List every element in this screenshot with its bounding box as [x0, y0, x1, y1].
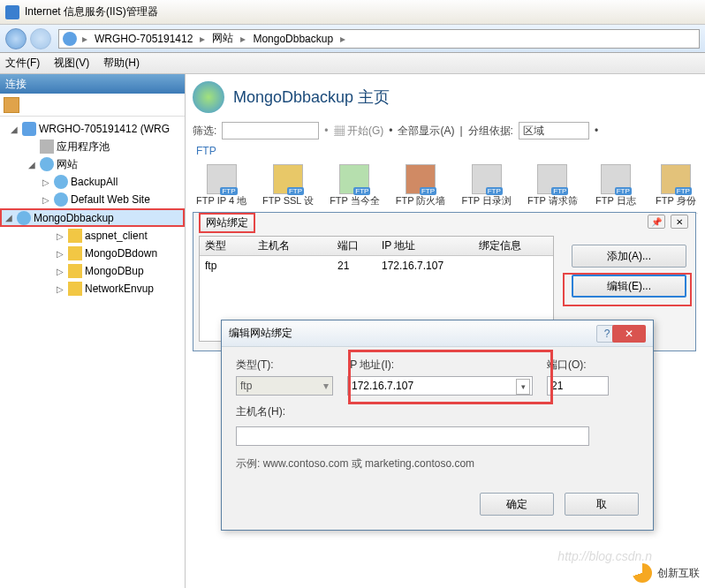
ftp-item-3[interactable]: FTP 防火墙	[396, 164, 446, 207]
filter-row: 筛选: • ▦ 开始(G) • 全部显示(A) | 分组依据: 区域 •	[193, 122, 698, 139]
dialog-title: 编辑网站绑定	[229, 326, 292, 341]
site-icon	[193, 81, 224, 113]
page-title: MongoDbbackup 主页	[233, 87, 390, 108]
folder-aspnet[interactable]: ▷aspnet_client	[0, 227, 185, 245]
folder-networkenvup[interactable]: ▷NetworkEnvup	[0, 280, 185, 298]
groupby-label: 分组依据:	[468, 124, 513, 139]
filter-label: 筛选:	[193, 124, 216, 139]
menu-view[interactable]: 视图(V)	[54, 56, 89, 71]
tree-sites[interactable]: ◢网站	[0, 155, 185, 173]
menu-file[interactable]: 文件(F)	[5, 56, 40, 71]
host-label: 主机名(H):	[236, 404, 639, 419]
ftp-item-6[interactable]: FTP 日志	[594, 164, 638, 207]
col-host[interactable]: 主机名	[253, 238, 332, 253]
folder-mongodbdown[interactable]: ▷MongoDBdown	[0, 245, 185, 262]
showall-link[interactable]: 全部显示(A)	[398, 124, 454, 139]
ftp-section-label: FTP	[193, 145, 698, 157]
toolbar-icon[interactable]	[4, 97, 19, 113]
highlight-edit	[563, 273, 692, 306]
tree-server[interactable]: ◢WRGHO-705191412 (WRG	[0, 120, 185, 138]
back-button[interactable]	[5, 28, 27, 49]
connections-toolbar	[0, 94, 185, 117]
col-type[interactable]: 类型	[200, 238, 253, 253]
ftp-item-5[interactable]: FTP 请求筛	[527, 164, 578, 207]
highlight-ip	[348, 350, 553, 404]
crumb-server[interactable]: WRGHO-705191412	[89, 30, 198, 48]
ftp-item-2[interactable]: FTP 当今全	[330, 164, 380, 207]
add-button[interactable]: 添加(A)...	[572, 245, 686, 268]
connections-panel: 连接 ◢WRGHO-705191412 (WRG 应用程序池 ◢网站 ▷Back…	[0, 74, 186, 588]
breadcrumb[interactable]: ▸ WRGHO-705191412 ▸ 网站 ▸ MongoDbbackup ▸	[58, 29, 700, 49]
col-info[interactable]: 绑定信息	[474, 238, 553, 253]
server-icon	[63, 32, 77, 46]
host-field[interactable]	[236, 426, 589, 446]
folder-mongodbup[interactable]: ▷MongoDBup	[0, 262, 185, 280]
site-mongodbbackup[interactable]: ◢MongoDbbackup	[0, 208, 185, 227]
crumb-sites[interactable]: 网站	[207, 30, 239, 48]
close-icon[interactable]: ✕	[671, 215, 688, 229]
brand-badge: 创新互联	[633, 563, 700, 583]
start-link[interactable]: ▦ 开始(G)	[334, 124, 384, 139]
ftp-icons: FTP IP 4 地 FTP SSL 设 FTP 当今全 FTP 防火墙 FTP…	[193, 161, 698, 214]
tree-app-pool[interactable]: 应用程序池	[0, 138, 185, 155]
groupby-combo[interactable]: 区域	[519, 122, 589, 139]
col-port[interactable]: 端口	[332, 238, 376, 253]
pin-icon[interactable]: 📌	[648, 215, 665, 229]
bindings-title: 网站绑定	[199, 213, 255, 233]
ok-button[interactable]: 确定	[480, 493, 554, 516]
example-text: 示例: www.contoso.com 或 marketing.contoso.…	[236, 456, 639, 471]
connections-header: 连接	[0, 74, 185, 94]
cancel-button[interactable]: 取	[565, 493, 639, 516]
window-title: Internet 信息服务(IIS)管理器	[25, 4, 158, 19]
site-backupall[interactable]: ▷BackupAll	[0, 173, 185, 191]
ftp-item-4[interactable]: FTP 日录浏	[461, 164, 512, 207]
filter-combo[interactable]	[222, 122, 319, 139]
brand-text: 创新互联	[657, 566, 700, 581]
crumb-current[interactable]: MongoDbbackup	[247, 30, 338, 48]
tree: ◢WRGHO-705191412 (WRG 应用程序池 ◢网站 ▷BackupA…	[0, 117, 185, 301]
menu-help[interactable]: 帮助(H)	[103, 56, 140, 71]
app-icon	[5, 5, 19, 19]
port-field[interactable]: 21	[547, 376, 609, 396]
dialog-close-button[interactable]: ✕	[612, 325, 646, 343]
forward-button[interactable]	[30, 28, 51, 49]
watermark: http://blog.csdn.n	[557, 549, 652, 563]
ftp-item-1[interactable]: FTP SSL 设	[262, 164, 314, 207]
type-field: ftp▾	[236, 376, 333, 396]
type-label: 类型(T):	[236, 358, 333, 373]
menu-bar: 文件(F) 视图(V) 帮助(H)	[0, 53, 705, 74]
title-bar: Internet 信息服务(IIS)管理器	[0, 0, 705, 25]
ftp-item-0[interactable]: FTP IP 4 地	[196, 164, 246, 207]
binding-row[interactable]: ftp 21 172.16.7.107	[200, 256, 553, 275]
ftp-item-7[interactable]: FTP 身份	[654, 164, 698, 207]
nav-bar: ▸ WRGHO-705191412 ▸ 网站 ▸ MongoDbbackup ▸	[0, 25, 705, 53]
site-default[interactable]: ▷Default Web Site	[0, 191, 185, 208]
col-ip[interactable]: IP 地址	[376, 238, 474, 253]
brand-logo-icon	[633, 563, 652, 583]
port-label: 端口(O):	[547, 358, 609, 373]
